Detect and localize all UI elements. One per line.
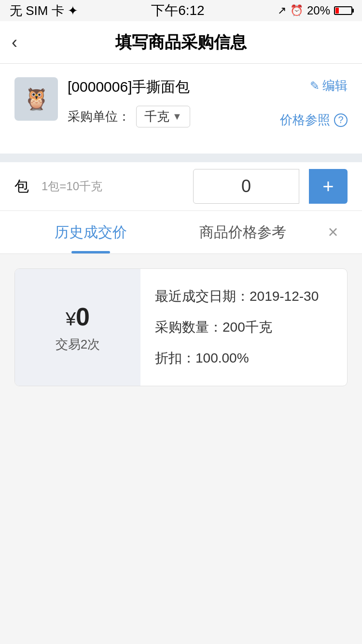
battery-percent: 20%: [307, 4, 330, 17]
main-content: ¥0 交易2次 最近成交日期：2019-12-30 采购数量：200千克 折扣：…: [0, 254, 362, 640]
history-section: ¥0 交易2次 最近成交日期：2019-12-30 采购数量：200千克 折扣：…: [0, 254, 362, 401]
history-card-left: ¥0 交易2次: [15, 269, 140, 386]
status-left: 无 SIM 卡 ✦: [10, 2, 78, 19]
discount-row: 折扣：100.00%: [155, 348, 333, 368]
unit-prefix-label: 采购单位：: [68, 108, 130, 125]
product-name: [0000006]手撕面包: [68, 77, 190, 97]
close-icon: ×: [328, 222, 338, 242]
price-value: 0: [76, 303, 90, 331]
discount-label: 折扣：: [155, 350, 195, 365]
product-card: 🦉 [0000006]手撕面包 采购单位： 千克 ▼ ✎ 编辑 价格参照: [0, 64, 362, 154]
tab-history-label: 历史成交价: [55, 223, 127, 242]
recent-date-row: 最近成交日期：2019-12-30: [155, 286, 333, 307]
quantity-plus-button[interactable]: +: [309, 169, 348, 204]
page-title: 填写商品采购信息: [115, 31, 247, 54]
location-icon: ↗: [278, 4, 286, 17]
back-button[interactable]: ‹: [12, 32, 17, 53]
plus-icon: +: [322, 176, 334, 197]
edit-icon: ✎: [310, 79, 320, 93]
status-bar: 无 SIM 卡 ✦ 下午6:12 ↗ ⏰ 20%: [0, 0, 362, 21]
tab-active-indicator: [71, 251, 110, 253]
section-divider: [0, 154, 362, 162]
trade-count: 交易2次: [56, 336, 100, 353]
tab-history[interactable]: 历史成交价: [14, 211, 167, 253]
recent-date-label: 最近成交日期：: [155, 289, 250, 304]
price-ref-help-icon: ?: [334, 113, 348, 127]
price-yen-symbol: ¥: [66, 309, 76, 329]
status-time: 下午6:12: [151, 1, 205, 20]
quantity-row: 包 1包=10千克 0 +: [0, 162, 362, 210]
product-image: 🦉: [14, 77, 58, 121]
product-image-placeholder: 🦉: [23, 86, 50, 112]
quantity-value: 0: [241, 176, 251, 196]
purchase-qty-label: 采购数量：: [155, 320, 223, 335]
discount-value: 100.00%: [195, 350, 249, 365]
edit-label: 编辑: [322, 77, 348, 94]
tab-price-ref-label: 商品价格参考: [199, 223, 286, 242]
unit-value: 千克: [144, 108, 169, 125]
nav-bar: ‹ 填写商品采购信息: [0, 21, 362, 64]
tab-price-ref[interactable]: 商品价格参考: [167, 211, 319, 253]
purchase-qty-value: 200千克: [223, 320, 272, 335]
battery-icon: [334, 6, 352, 15]
unit-sub-label: 1包=10千克: [42, 179, 102, 194]
history-card: ¥0 交易2次 最近成交日期：2019-12-30 采购数量：200千克 折扣：…: [14, 268, 348, 386]
product-info: [0000006]手撕面包 采购单位： 千克 ▼: [68, 77, 190, 127]
quantity-input[interactable]: 0: [193, 169, 299, 204]
recent-date-value: 2019-12-30: [250, 289, 319, 304]
price-ref-label: 价格参照: [280, 112, 330, 128]
product-unit-row: 采购单位： 千克 ▼: [68, 106, 190, 127]
price-ref-button[interactable]: 价格参照 ?: [280, 112, 348, 128]
status-right: ↗ ⏰ 20%: [278, 4, 352, 17]
unit-big-label: 包: [14, 177, 29, 196]
history-price: ¥0: [66, 302, 90, 331]
unit-select[interactable]: 千克 ▼: [136, 106, 190, 127]
alarm-icon: ⏰: [290, 4, 303, 17]
tabs-container: 历史成交价 商品价格参考 ×: [0, 210, 362, 254]
unit-dropdown-arrow: ▼: [172, 111, 182, 122]
history-card-right: 最近成交日期：2019-12-30 采购数量：200千克 折扣：100.00%: [140, 269, 347, 386]
edit-button[interactable]: ✎ 编辑: [310, 77, 348, 94]
tab-close-button[interactable]: ×: [319, 222, 348, 242]
purchase-qty-row: 采购数量：200千克: [155, 317, 333, 337]
